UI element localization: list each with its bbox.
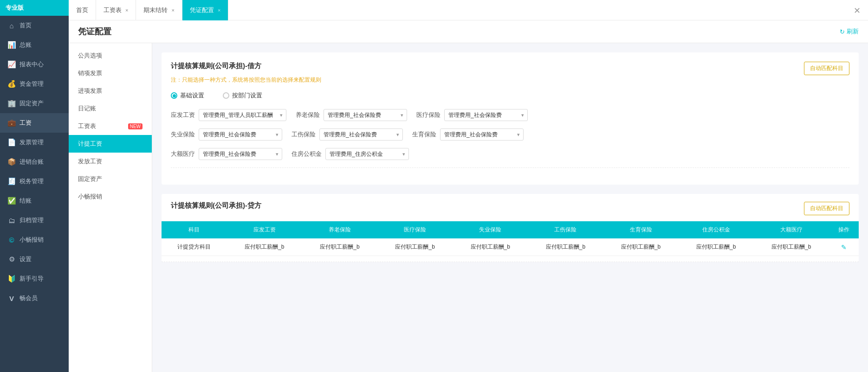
credit-auto-match-button[interactable]: 自动匹配科目 [804, 202, 849, 215]
close-voucher-config-icon[interactable]: × [218, 7, 220, 13]
select-yfgz-wrapper[interactable]: 管理费用_管理人员职工薪酬 [199, 109, 286, 121]
select-gsbx-wrapper[interactable]: 管理费用_社会保险费 [319, 128, 403, 141]
sidebar-item-salary[interactable]: 💼 工资 [0, 113, 69, 133]
select-sybx[interactable]: 管理费用_社会保险费 [199, 128, 282, 141]
select-deyl[interactable]: 管理费用_社会保险费 [199, 148, 282, 160]
edit-row-icon[interactable]: ✎ [841, 244, 847, 251]
refresh-button[interactable]: ↻ 刷新 [840, 27, 859, 36]
cell-sybx: 应付职工薪酬_b [453, 238, 528, 256]
th-action: 操作 [829, 221, 859, 238]
tab-home-label: 首页 [76, 6, 88, 14]
debit-fields-row2: 失业保险 管理费用_社会保险费 工伤保险 管理费用_社会保险费 [171, 128, 849, 141]
left-nav-calc-salary[interactable]: 计提工资 [69, 135, 152, 153]
select-gjj-wrapper[interactable]: 管理费用_住房公积金 [325, 148, 409, 160]
content-header: 凭证配置 ↻ 刷新 [69, 20, 868, 43]
radio-basic-setting[interactable]: 基础设置 [171, 91, 204, 100]
left-nav-public-options[interactable]: 公共选项 [69, 47, 152, 64]
left-nav-journal[interactable]: 日记账 [69, 100, 152, 117]
sidebar-item-funds[interactable]: 💰 资金管理 [0, 74, 69, 94]
sidebar-item-invoice[interactable]: 📄 发票管理 [0, 133, 69, 152]
th-subject: 科目 [162, 221, 227, 238]
select-sybx-wrapper[interactable]: 管理费用_社会保险费 [199, 128, 282, 141]
cell-action[interactable]: ✎ [829, 238, 859, 256]
cell-deyl: 应付职工薪酬_b [754, 238, 829, 256]
settlement-icon: ✅ [7, 197, 16, 205]
select-gjj[interactable]: 管理费用_住房公积金 [325, 148, 409, 160]
sidebar-item-label: 小畅报销 [19, 236, 44, 244]
radio-dept-setting[interactable]: 按部门设置 [223, 91, 262, 100]
sidebar: 专业版 ⌂ 首页 📊 总账 📈 报表中心 💰 资金管理 🏢 固定资产 💼 工资 … [0, 0, 69, 372]
left-nav-sales-invoice[interactable]: 销项发票 [69, 64, 152, 82]
window-close-button[interactable]: ✕ [854, 6, 861, 16]
label-ylbx: 养老保险 [296, 111, 320, 119]
th-sybx: 失业保险 [453, 221, 528, 238]
tab-home[interactable]: 首页 [69, 0, 96, 20]
sidebar-item-label: 畅会员 [19, 294, 38, 302]
select-ylbx2-wrapper[interactable]: 管理费用_社会保险费 [444, 109, 528, 121]
purchase-sales-icon: 📦 [7, 158, 16, 166]
select-gsbx[interactable]: 管理费用_社会保险费 [319, 128, 403, 141]
sidebar-item-label: 新手引导 [19, 275, 44, 283]
cell-sybx2: 应付职工薪酬_b [603, 238, 678, 256]
salary-icon: 💼 [7, 119, 16, 127]
left-nav-pay-salary[interactable]: 发放工资 [69, 153, 152, 170]
sidebar-item-label: 税务管理 [19, 177, 44, 186]
sidebar-item-label: 归档管理 [19, 216, 44, 224]
sidebar-item-purchase-sales[interactable]: 📦 进销台账 [0, 152, 69, 172]
credit-section-title: 计提核算规则(公司承担)-贷方 [171, 201, 261, 210]
select-ylbx2[interactable]: 管理费用_社会保险费 [444, 109, 528, 121]
radio-dept-circle [223, 92, 229, 99]
sidebar-item-reports[interactable]: 📈 报表中心 [0, 55, 69, 74]
tab-period-close-label: 期末结转 [143, 6, 168, 14]
tab-period-close[interactable]: 期末结转 × [136, 0, 182, 20]
left-nav: 公共选项 销项发票 进项发票 日记账 工资表 NEW 计提工资 发放工资 固 [69, 43, 152, 372]
select-yfgz[interactable]: 管理费用_管理人员职工薪酬 [199, 109, 286, 121]
sidebar-item-archive[interactable]: 🗂 归档管理 [0, 211, 69, 230]
sidebar-item-xiao-chang-expense[interactable]: © 小畅报销 [0, 230, 69, 250]
sidebar-item-guide[interactable]: 🔰 新手引导 [0, 269, 69, 289]
th-sybx2: 生育保险 [603, 221, 678, 238]
refresh-icon: ↻ [840, 28, 845, 35]
sidebar-item-home[interactable]: ⌂ 首页 [0, 16, 69, 35]
sidebar-item-tax[interactable]: 🧾 税务管理 [0, 172, 69, 191]
debit-auto-match-button[interactable]: 自动匹配科目 [804, 62, 849, 75]
tab-salary-table[interactable]: 工资表 × [96, 0, 136, 20]
invoice-icon: 📄 [7, 138, 16, 147]
sidebar-item-label: 总账 [19, 41, 32, 49]
left-nav-salary-table[interactable]: 工资表 NEW [69, 117, 152, 135]
new-badge: NEW [128, 123, 143, 129]
th-ylbx: 养老保险 [302, 221, 377, 238]
select-ylbx[interactable]: 管理费用_社会保险费 [324, 109, 407, 121]
close-salary-table-icon[interactable]: × [125, 7, 128, 13]
tab-salary-table-label: 工资表 [104, 6, 122, 14]
label-gjj: 住房公积金 [291, 150, 322, 158]
sidebar-item-label: 结账 [19, 197, 32, 205]
cell-ylbx2: 应付职工薪酬_b [377, 238, 453, 256]
debit-divider [171, 167, 849, 168]
select-ylbx-wrapper[interactable]: 管理费用_社会保险费 [324, 109, 407, 121]
label-gsbx: 工伤保险 [291, 130, 316, 139]
sidebar-item-vip[interactable]: V 畅会员 [0, 289, 69, 308]
select-sybx2-wrapper[interactable]: 管理费用_社会保险费 [440, 128, 524, 141]
app-edition: 专业版 [0, 0, 69, 16]
credit-section: 计提核算规则(公司承担)-贷方 自动匹配科目 科目 应发工资 养老保险 医疗保险… [162, 194, 859, 262]
field-gjj: 住房公积金 管理费用_住房公积金 [291, 148, 409, 160]
radio-dept-label: 按部门设置 [232, 91, 262, 100]
sidebar-item-general-ledger[interactable]: 📊 总账 [0, 35, 69, 55]
sidebar-item-settings[interactable]: ⚙ 设置 [0, 250, 69, 269]
sidebar-item-fixed-assets[interactable]: 🏢 固定资产 [0, 94, 69, 113]
left-nav-xiao-chang-expense[interactable]: 小畅报销 [69, 188, 152, 205]
sidebar-item-settlement[interactable]: ✅ 结账 [0, 191, 69, 211]
left-nav-fixed-assets[interactable]: 固定资产 [69, 170, 152, 188]
tab-voucher-config[interactable]: 凭证配置 × [182, 0, 228, 20]
field-gsbx: 工伤保险 管理费用_社会保险费 [291, 128, 403, 141]
select-deyl-wrapper[interactable]: 管理费用_社会保险费 [199, 148, 282, 160]
tab-voucher-config-label: 凭证配置 [190, 6, 214, 14]
debit-fields-row3: 大额医疗 管理费用_社会保险费 住房公积金 管理费用_住房公积金 [171, 148, 849, 160]
top-tab-bar: 首页 工资表 × 期末结转 × 凭证配置 × ✕ [69, 0, 868, 20]
close-period-close-icon[interactable]: × [171, 7, 174, 13]
sidebar-item-label: 首页 [19, 21, 32, 30]
th-ylbx2: 医疗保险 [377, 221, 453, 238]
left-nav-purchase-invoice[interactable]: 进项发票 [69, 82, 152, 100]
select-sybx2[interactable]: 管理费用_社会保险费 [440, 128, 524, 141]
